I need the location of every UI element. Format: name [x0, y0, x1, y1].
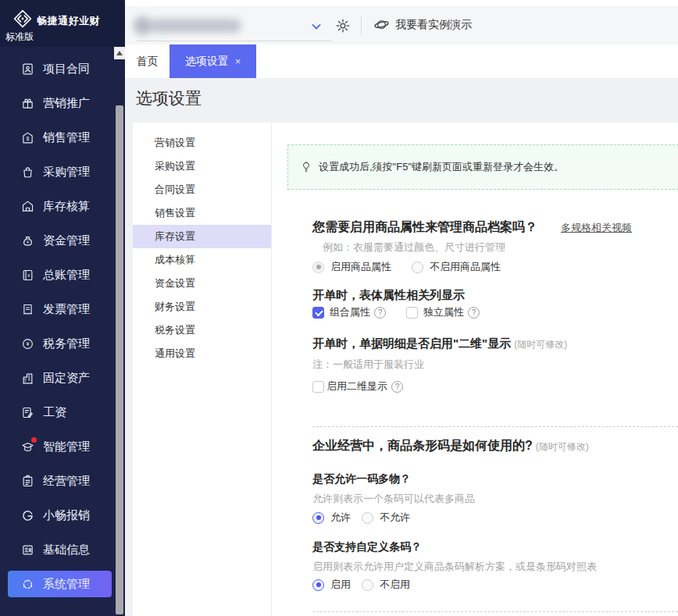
- radio-disallow[interactable]: [362, 512, 373, 524]
- category-finance[interactable]: 财务设置: [133, 295, 271, 319]
- hint-multi-item-code: 允许则表示一个条码可以代表多商品: [312, 493, 678, 505]
- sidebar-item-inventory[interactable]: 库存核算: [0, 189, 114, 223]
- settings-main: 设置成功后,须按"F5"键刷新页面或重新登录才会生效。 您需要启用商品属性来管理…: [271, 123, 678, 616]
- category-tax[interactable]: 税务设置: [133, 319, 271, 342]
- radio-group-product-attributes: 启用商品属性 不启用商品属性: [312, 261, 678, 273]
- sidebar-item-label: 发票管理: [43, 302, 90, 317]
- sidebar-item-marketing[interactable]: 营销推广: [0, 86, 114, 120]
- help-icon[interactable]: ?: [468, 307, 480, 319]
- logo-block: 畅捷通好业财 标准版: [0, 0, 125, 47]
- scrollbar-thumb[interactable]: [116, 105, 123, 614]
- demo-link-label: 我要看实例演示: [395, 18, 472, 32]
- sidebar-item-invoice[interactable]: 发票管理: [0, 292, 114, 326]
- svg-text:¥: ¥: [26, 340, 29, 346]
- category-marketing[interactable]: 营销设置: [133, 131, 271, 155]
- category-purchase[interactable]: 采购设置: [133, 155, 271, 178]
- section-divider: [312, 426, 678, 427]
- sidebar-scrollbar: [114, 47, 125, 616]
- checkbox-independent-attribute[interactable]: [406, 307, 418, 319]
- tab-bar: 首页 选项设置 ×: [125, 45, 678, 78]
- tab-home[interactable]: 首页: [125, 45, 170, 78]
- tab-active-label: 选项设置: [185, 55, 229, 69]
- page-title: 选项设置: [136, 87, 202, 109]
- sidebar-item-system[interactable]: 系统管理: [8, 571, 112, 597]
- shopping-bag-icon: [20, 165, 34, 179]
- globe-icon: [373, 16, 390, 33]
- sidebar: 畅捷通好业财 标准版 项目合同 营销推广 $ 销售管理 采购管理 库存核: [0, 0, 125, 616]
- sidebar-item-funds[interactable]: ¥ 资金管理: [0, 223, 114, 258]
- sidebar-item-sales[interactable]: $ 销售管理: [0, 120, 114, 155]
- chevron-down-icon[interactable]: [309, 19, 324, 34]
- tab-options-settings[interactable]: 选项设置 ×: [170, 45, 256, 78]
- gift-icon: [20, 96, 34, 110]
- hint-custom-barcode: 启用则表示允许用户定义商品条码解析方案，或是条形码对照表: [312, 561, 678, 573]
- category-general[interactable]: 通用设置: [133, 342, 271, 365]
- info-banner: 设置成功后,须按"F5"键刷新页面或重新登录才会生效。: [287, 144, 678, 190]
- sidebar-item-fixed-assets[interactable]: 固定资产: [0, 361, 114, 395]
- sidebar-item-basic-info[interactable]: 基础信息: [0, 532, 114, 567]
- radio-enable[interactable]: [312, 579, 324, 591]
- settings-category-list: 营销设置 采购设置 合同设置 销售设置 库存设置 成本核算 资金设置 财务设置 …: [133, 123, 271, 616]
- radio-group-multi-item: 允许 不允许: [312, 511, 678, 524]
- sidebar-item-salary[interactable]: 工资: [0, 395, 114, 429]
- checkbox-group-2d: 启用二维显示 ?: [312, 380, 678, 393]
- help-icon[interactable]: ?: [391, 381, 403, 393]
- checkbox-combined-attribute[interactable]: [312, 307, 324, 319]
- help-icon[interactable]: ?: [374, 307, 386, 319]
- content-area: 选项设置 营销设置 采购设置 合同设置 销售设置 库存设置 成本核算 资金设置 …: [125, 78, 678, 616]
- svg-text:$: $: [26, 135, 29, 141]
- radio-enable-attributes[interactable]: [312, 262, 324, 273]
- demo-link[interactable]: 我要看实例演示: [373, 16, 472, 33]
- account-select[interactable]: [137, 12, 332, 41]
- close-icon[interactable]: ×: [235, 55, 241, 67]
- question-barcode-usage: 企业经营中，商品条形码是如何使用的?(随时可修改): [312, 438, 678, 454]
- category-contract[interactable]: 合同设置: [133, 178, 271, 201]
- question-multi-item-code: 是否允许一码多物？: [312, 472, 678, 486]
- sidebar-menu: 项目合同 营销推广 $ 销售管理 采购管理 库存核算 ¥ 资金管理: [0, 52, 114, 601]
- building-icon: [20, 371, 34, 385]
- scroll-up-arrow[interactable]: [114, 47, 125, 59]
- gear-icon[interactable]: [334, 17, 351, 34]
- sidebar-item-tax[interactable]: ¥ 税务管理: [0, 326, 114, 361]
- account-name-blurred: [137, 16, 246, 36]
- money-bag-icon: ¥: [20, 233, 34, 247]
- section-2d-display: 开单时，单据明细是否启用"二维"显示(随时可修改): [312, 336, 678, 352]
- section-divider: [312, 611, 678, 612]
- radio-group-custom-barcode: 启用 不启用: [312, 579, 678, 591]
- sidebar-item-smart[interactable]: 智能管理: [0, 429, 114, 464]
- sidebar-item-label: 经营管理: [43, 474, 90, 489]
- contract-icon: [20, 62, 34, 76]
- svg-text:¥: ¥: [27, 240, 29, 244]
- category-inventory[interactable]: 库存设置: [133, 225, 271, 248]
- question-custom-barcode: 是否支持自定义条码？: [312, 540, 678, 554]
- settings-panel: 营销设置 采购设置 合同设置 销售设置 库存设置 成本核算 资金设置 财务设置 …: [133, 123, 678, 616]
- radio-disable[interactable]: [362, 579, 373, 591]
- sidebar-item-reimburse[interactable]: 小畅报销: [0, 498, 114, 532]
- section-attribute-columns: 开单时，表体属性相关列显示: [312, 287, 678, 302]
- app-edition: 标准版: [5, 30, 34, 44]
- radio-allow[interactable]: [312, 512, 324, 524]
- sidebar-item-label: 税务管理: [43, 336, 90, 351]
- category-sales[interactable]: 销售设置: [133, 201, 271, 225]
- sidebar-item-label: 基础信息: [43, 543, 90, 557]
- checkbox-group-attribute-columns: 组合属性 ? 独立属性 ?: [312, 306, 678, 319]
- video-link[interactable]: 多规格相关视频: [561, 222, 632, 233]
- sidebar-item-label: 工资: [43, 405, 66, 420]
- checkbox-enable-2d[interactable]: [312, 381, 324, 393]
- tax-coin-icon: ¥: [20, 336, 34, 351]
- category-funds[interactable]: 资金设置: [133, 272, 271, 295]
- sidebar-item-project-contract[interactable]: 项目合同: [0, 52, 114, 86]
- radio-disable-attributes[interactable]: [412, 262, 423, 273]
- svg-text:¥: ¥: [27, 272, 30, 277]
- graduation-cap-icon: [20, 440, 34, 454]
- sidebar-item-operations[interactable]: 经营管理: [0, 464, 114, 498]
- sidebar-item-ledger[interactable]: ¥ 总账管理: [0, 258, 114, 292]
- sidebar-item-label: 资金管理: [43, 233, 90, 248]
- id-card-icon: [20, 543, 34, 557]
- sidebar-item-label: 项目合同: [43, 62, 90, 77]
- sidebar-item-label: 采购管理: [43, 165, 90, 180]
- sidebar-item-purchase[interactable]: 采购管理: [0, 155, 114, 189]
- sidebar-item-label: 总账管理: [43, 268, 90, 283]
- category-cost[interactable]: 成本核算: [133, 248, 271, 272]
- clipboard-icon: [20, 474, 34, 488]
